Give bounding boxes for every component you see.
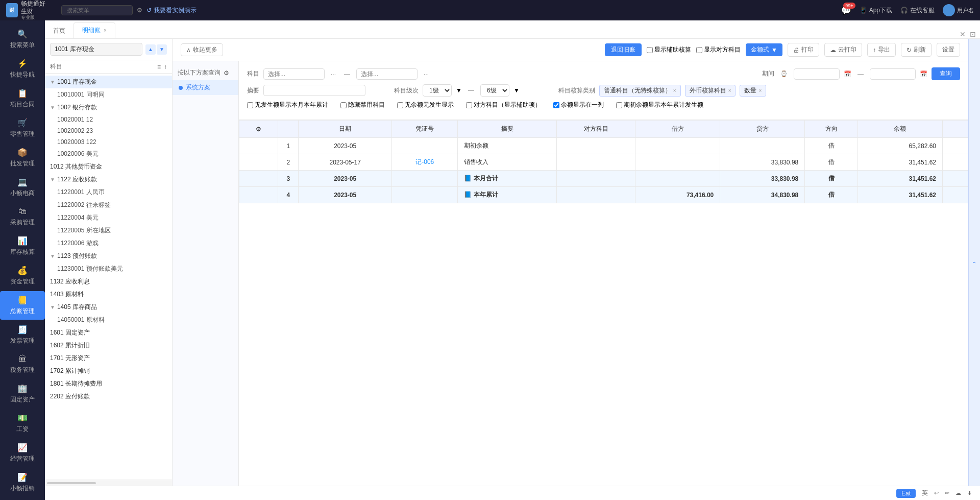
sidebar-item-report[interactable]: 📝 小畅报销: [0, 468, 45, 497]
tag-foreign[interactable]: 外币核算科目 ×: [685, 85, 736, 97]
settings-icon[interactable]: ⚙: [137, 7, 142, 14]
sidebar-item-search[interactable]: 🔍 搜索菜单: [0, 25, 45, 54]
message-btn[interactable]: 💬 99+: [841, 6, 851, 15]
export-btn[interactable]: ↑ 导出: [867, 43, 896, 57]
subject-end-input[interactable]: [356, 68, 418, 80]
level-start-select[interactable]: 1级: [423, 84, 452, 97]
tree-item-1405[interactable]: ▼ 1405 库存商品: [45, 301, 172, 314]
tree-item-11220002[interactable]: 11220002 往来标签: [45, 199, 172, 211]
cloud-print-btn[interactable]: ☁ 云打印: [824, 43, 862, 57]
check-balance-col[interactable]: 余额显示在一列: [553, 101, 604, 109]
check-no-balance-input[interactable]: [247, 102, 253, 108]
tree-item-1012[interactable]: 1012 其他货币资金: [45, 160, 172, 173]
expand-more-btn[interactable]: ∧ 收起更多: [181, 43, 223, 56]
check-hide-disabled[interactable]: 隐藏禁用科目: [340, 101, 385, 109]
tree-item-10010001[interactable]: 10010001 同明同: [45, 88, 172, 101]
tag-close-icon-3[interactable]: ×: [758, 88, 762, 93]
tree-item-1801[interactable]: 1801 长期待摊费用: [45, 377, 172, 390]
show-opposite-check[interactable]: 显示对方科目: [696, 45, 741, 54]
tree-item-1403[interactable]: 1403 原材料: [45, 288, 172, 301]
window-maximize-icon[interactable]: ⊡: [970, 30, 976, 38]
sidebar-item-purchase[interactable]: 🛍 采购管理: [0, 203, 45, 231]
search-input[interactable]: [61, 5, 133, 15]
tree-item-10020002[interactable]: 10020002 23: [45, 125, 172, 136]
sidebar-item-ecommerce[interactable]: 💻 小畅电商: [0, 173, 45, 202]
tree-item-1601[interactable]: 1601 固定资产: [45, 326, 172, 339]
tree-item-1702[interactable]: 1702 累计摊销: [45, 365, 172, 377]
query-method-system[interactable]: 系统方案: [173, 80, 238, 95]
show-auxiliary-checkbox[interactable]: [647, 47, 653, 53]
tab-home[interactable]: 首页: [45, 23, 74, 38]
tree-item-1002[interactable]: ▼ 1002 银行存款: [45, 101, 172, 114]
tree-item-1602[interactable]: 1602 累计折旧: [45, 339, 172, 352]
sidebar-item-wholesale[interactable]: 📦 批发管理: [0, 144, 45, 172]
tree-item-1122[interactable]: ▼ 1122 应收账款: [45, 173, 172, 186]
edit-icon[interactable]: ✏: [945, 490, 949, 496]
demo-link[interactable]: ↺ 我要看实例演示: [146, 6, 197, 15]
sidebar-item-project[interactable]: 📋 项目合同: [0, 84, 45, 113]
period-start-input[interactable]: 2023-05: [794, 68, 840, 80]
check-balance-col-input[interactable]: [553, 102, 559, 108]
tag-close-icon-2[interactable]: ×: [728, 88, 731, 93]
sidebar-item-retail[interactable]: 🛒 零售管理: [0, 114, 45, 142]
show-opposite-checkbox[interactable]: [696, 47, 702, 53]
tree-item-11220004[interactable]: 11220004 美元: [45, 211, 172, 224]
sidebar-item-inventory[interactable]: 📊 库存核算: [0, 232, 45, 260]
online-service-btn[interactable]: 🎧 在线客服: [900, 6, 935, 15]
user-avatar[interactable]: 用户名: [943, 4, 974, 16]
table-settings-icon[interactable]: ⚙: [256, 126, 261, 133]
nav-down-btn[interactable]: ▼: [157, 44, 167, 55]
tag-normal[interactable]: 普通科目（无特殊核算） ×: [599, 85, 681, 97]
tree-item-11220006[interactable]: 11220006 游戏: [45, 237, 172, 250]
check-no-balance2-input[interactable]: [397, 102, 403, 108]
tree-item-1123[interactable]: ▼ 1123 预付账款: [45, 250, 172, 263]
subject-input[interactable]: [263, 68, 325, 80]
print-btn[interactable]: 🖨 打印: [788, 43, 819, 57]
back-icon[interactable]: ↩: [934, 490, 939, 496]
lang-btn[interactable]: 英: [922, 489, 928, 497]
toolbar-list-icon[interactable]: ≡: [157, 63, 161, 70]
sidebar-item-ledger[interactable]: 📒 总账管理: [0, 291, 45, 320]
cloud-icon[interactable]: ☁: [955, 490, 961, 496]
tree-item-11220001[interactable]: 11220001 人民币: [45, 186, 172, 199]
check-opening-input[interactable]: [616, 102, 622, 108]
check-opposite[interactable]: 对方科目（显示辅助项）: [466, 101, 541, 109]
tab-detail[interactable]: 明细账 ×: [74, 22, 115, 38]
tree-item-11220005[interactable]: 11220005 所在地区: [45, 224, 172, 237]
toolbar-sort-icon[interactable]: ↑: [164, 63, 167, 70]
sidebar-item-capital[interactable]: 💰 资金管理: [0, 261, 45, 290]
query-btn[interactable]: 查询: [932, 67, 960, 80]
sidebar-item-assets[interactable]: 🏢 固定资产: [0, 379, 45, 408]
tree-item-10020001[interactable]: 10020001 12: [45, 114, 172, 125]
summary-input[interactable]: [263, 85, 365, 96]
show-auxiliary-check[interactable]: 显示辅助核算: [647, 45, 691, 54]
nav-up-btn[interactable]: ▲: [145, 44, 156, 55]
sidebar-item-invoice[interactable]: 🧾 发票管理: [0, 321, 45, 349]
sidebar-item-quick-nav[interactable]: ⚡ 快捷导航: [0, 55, 45, 83]
amount-style-btn[interactable]: 金额式 ▼: [746, 43, 782, 56]
check-no-balance[interactable]: 无发生额显示本月本年累计: [247, 101, 328, 109]
tree-item-11230001[interactable]: 11230001 预付账款美元: [45, 263, 172, 275]
app-download-btn[interactable]: 📱 App下载: [860, 6, 892, 15]
download-icon[interactable]: ⬇: [967, 490, 972, 496]
tree-item-1701[interactable]: 1701 无形资产: [45, 352, 172, 365]
tree-scrollbar[interactable]: [45, 480, 172, 486]
tag-close-icon[interactable]: ×: [673, 88, 676, 93]
sidebar-item-basic[interactable]: ℹ️ 基础信息: [0, 498, 45, 500]
return-btn[interactable]: 退回旧账: [605, 43, 642, 56]
tag-quantity[interactable]: 数量 ×: [740, 85, 766, 97]
refresh-btn[interactable]: ↻ 刷新: [901, 43, 932, 57]
eat-btn[interactable]: Eat: [896, 489, 916, 498]
tree-item-10020003[interactable]: 10020003 122: [45, 136, 172, 148]
sidebar-item-operations[interactable]: 📈 经营管理: [0, 439, 45, 467]
check-opposite-input[interactable]: [466, 102, 472, 108]
tree-item-14050001[interactable]: 14050001 原材料: [45, 314, 172, 326]
query-settings-icon[interactable]: ⚙: [224, 69, 229, 77]
tree-item-1001[interactable]: ▼ 1001 库存现金: [45, 76, 172, 88]
tree-item-10020006[interactable]: 10020006 美元: [45, 148, 172, 160]
check-opening[interactable]: 期初余额显示本年累计发生额: [616, 101, 703, 109]
check-hide-disabled-input[interactable]: [340, 102, 347, 108]
collapse-btn[interactable]: ‹: [968, 39, 980, 486]
period-end-input[interactable]: 2023-05: [870, 68, 916, 80]
cell-voucher-2[interactable]: 记-006: [392, 154, 458, 171]
